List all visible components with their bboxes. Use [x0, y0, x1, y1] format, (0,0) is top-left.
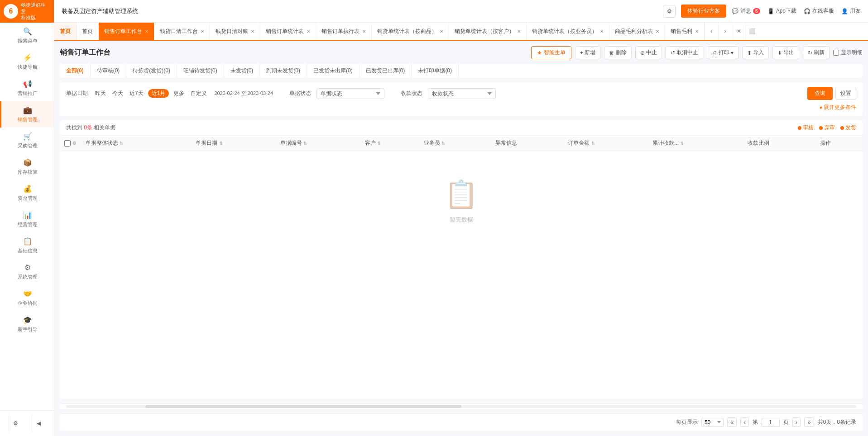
export-btn[interactable]: ⬇ 导出 — [772, 46, 799, 59]
filter-actions: 查询 设置 — [807, 87, 856, 100]
date-option-自定义[interactable]: 自定义 — [189, 89, 209, 98]
subtab-0[interactable]: 全部(0) — [60, 64, 91, 78]
date-option-近1月[interactable]: 近1月 — [148, 89, 169, 98]
sidebar-item-1[interactable]: ⚡快捷导航 — [0, 49, 54, 75]
cancel-suspend-btn[interactable]: ↺ 取消中止 — [666, 46, 703, 59]
scroll-right-btn[interactable]: › — [718, 23, 732, 40]
user-btn[interactable]: 👤 用友 — [841, 7, 861, 15]
tab-close-10[interactable]: ✕ — [695, 29, 699, 34]
sidebar-item-9[interactable]: ⚙系统管理 — [0, 259, 54, 285]
sidebar-item-5[interactable]: 📦库存核算 — [0, 154, 54, 180]
add-btn[interactable]: + 新增 — [575, 46, 600, 59]
topbar-gear-btn[interactable]: ⚙ — [663, 5, 676, 18]
select-all-checkbox[interactable] — [64, 140, 71, 147]
app-download-btn[interactable]: 📱 App下载 — [767, 7, 796, 15]
tab-close-5[interactable]: ✕ — [362, 29, 366, 34]
sidebar-item-0[interactable]: 🔍搜索菜单 — [0, 23, 54, 49]
col-order-date[interactable]: 单据日期 ⇅ — [191, 136, 276, 151]
col-customer[interactable]: 客户 ⇅ — [360, 136, 419, 151]
online-service-btn[interactable]: 🎧 在线客服 — [804, 7, 834, 15]
batch-audit-btn[interactable]: 审核 — [798, 124, 814, 132]
subtab-1[interactable]: 待审核(0) — [91, 64, 127, 78]
tab-5[interactable]: 销售订单执行表✕ — [316, 23, 372, 40]
tab-close-1[interactable]: ✕ — [145, 29, 149, 34]
sidebar-item-7[interactable]: 📊经营管理 — [0, 206, 54, 232]
first-page-btn[interactable]: « — [727, 417, 737, 427]
tab-close-8[interactable]: ✕ — [600, 29, 604, 34]
last-page-btn[interactable]: » — [804, 417, 814, 427]
tab-close-4[interactable]: ✕ — [307, 29, 310, 34]
delete-btn[interactable]: 🗑 删除 — [604, 46, 632, 59]
tab-4[interactable]: 销售订单统计表✕ — [260, 23, 316, 40]
refresh-btn[interactable]: ↻ 刷新 — [803, 46, 830, 59]
date-option-更多[interactable]: 更多 — [172, 89, 186, 98]
tab-1[interactable]: 销售订单工作台✕ — [99, 23, 154, 40]
message-btn[interactable]: 💬 消息 6 — [732, 7, 760, 15]
batch-ship-btn[interactable]: 发货 — [840, 124, 856, 132]
date-option-今天[interactable]: 今天 — [110, 89, 125, 98]
col-amount[interactable]: 订单金额 ⇅ — [563, 136, 648, 151]
query-btn[interactable]: 查询 — [807, 87, 833, 100]
maximize-btn[interactable]: ⬜ — [745, 23, 759, 40]
tab-close-7[interactable]: ✕ — [517, 29, 521, 34]
tab-close-9[interactable]: ✕ — [656, 29, 659, 34]
col-cumulative[interactable]: 累计收款... ⇅ — [648, 136, 743, 151]
sub-tab-bar: 全部(0)待审核(0)待拣货(发货)(0)旺铺待发货(0)未发货(0)到期未发货… — [60, 64, 863, 78]
scroll-left-btn[interactable]: ‹ — [705, 23, 718, 40]
sidebar-item-3[interactable]: 💼销售管理 — [0, 101, 54, 128]
sidebar-item-11[interactable]: 🎓新手引导 — [0, 311, 54, 337]
subtab-5[interactable]: 到期未发货(0) — [260, 64, 307, 78]
settings-icon[interactable]: ⚙ — [9, 414, 22, 432]
col-salesman[interactable]: 业务员 ⇅ — [419, 136, 491, 151]
tab-close-3[interactable]: ✕ — [251, 29, 254, 34]
sidebar-item-2[interactable]: 📢营销推广 — [0, 75, 54, 101]
subtab-8[interactable]: 未打印单据(0) — [412, 64, 459, 78]
collapse-sidebar-btn[interactable]: ◀ — [32, 414, 45, 432]
tab-9[interactable]: 商品毛利分析表✕ — [609, 23, 665, 40]
tab-close-6[interactable]: ✕ — [440, 29, 443, 34]
print-btn[interactable]: 🖨 打印 ▾ — [707, 46, 739, 59]
smart-order-btn[interactable]: ★ 智能生单 — [531, 46, 571, 59]
prev-page-btn[interactable]: ‹ — [740, 417, 748, 427]
filter-settings-btn[interactable]: 设置 — [835, 87, 856, 100]
config-icon[interactable]: ⚙ — [72, 141, 77, 146]
import-btn[interactable]: ⬆ 导入 — [742, 46, 769, 59]
tab-8[interactable]: 销货单统计表（按业务员）✕ — [527, 23, 609, 40]
close-all-btn[interactable]: ✕ — [732, 23, 745, 40]
tab-10[interactable]: 销售毛利✕ — [665, 23, 705, 40]
industry-solution-btn[interactable]: 体验行业方案 — [681, 5, 726, 18]
sidebar-item-6[interactable]: 💰资金管理 — [0, 180, 54, 206]
tab-0[interactable]: 首页 — [77, 23, 99, 40]
date-option-昨天[interactable]: 昨天 — [93, 89, 108, 98]
status-select[interactable]: 单据状态 — [317, 88, 384, 99]
batch-revoke-btn[interactable]: 弃审 — [819, 124, 835, 132]
next-page-btn[interactable]: › — [792, 417, 801, 427]
scrollbar-thumb[interactable] — [145, 405, 461, 408]
payment-select[interactable]: 收款状态 — [428, 88, 496, 99]
tab-2[interactable]: 钱货日清工作台✕ — [154, 23, 210, 40]
expand-filter-btn[interactable]: ▾ 展开更多条件 — [820, 104, 856, 111]
subtab-6[interactable]: 已发货未出库(0) — [307, 64, 360, 78]
detail-checkbox[interactable] — [833, 50, 839, 56]
tab-3[interactable]: 钱货日清对账✕ — [210, 23, 260, 40]
sidebar-item-10[interactable]: 🤝企业协同 — [0, 285, 54, 311]
subtab-2[interactable]: 待拣货(发货)(0) — [126, 64, 177, 78]
page-input[interactable]: 1 — [762, 418, 780, 427]
col-order-no[interactable]: 单据编号 ⇅ — [276, 136, 360, 151]
horizontal-scrollbar[interactable] — [60, 403, 863, 409]
sidebar-item-4[interactable]: 🛒采购管理 — [0, 128, 54, 154]
show-detail-toggle[interactable]: 显示明细 — [833, 49, 863, 57]
scrollbar-track[interactable] — [66, 405, 856, 408]
tab-7[interactable]: 销货单统计表（按客户）✕ — [449, 23, 527, 40]
table-count: 共找到 0条 相关单据 — [66, 124, 115, 132]
tab-home[interactable]: 首页 — [54, 23, 77, 40]
suspend-btn[interactable]: ⊘ 中止 — [635, 46, 662, 59]
subtab-7[interactable]: 已发货已出库(0) — [360, 64, 412, 78]
tab-6[interactable]: 销货单统计表（按商品）✕ — [372, 23, 449, 40]
tab-close-2[interactable]: ✕ — [201, 29, 204, 34]
date-option-近7天[interactable]: 近7天 — [128, 89, 145, 98]
per-page-select[interactable]: 10 20 50 100 — [701, 418, 724, 427]
subtab-4[interactable]: 未发货(0) — [224, 64, 260, 78]
subtab-3[interactable]: 旺铺待发货(0) — [177, 64, 224, 78]
sidebar-item-8[interactable]: 📋基础信息 — [0, 232, 54, 259]
